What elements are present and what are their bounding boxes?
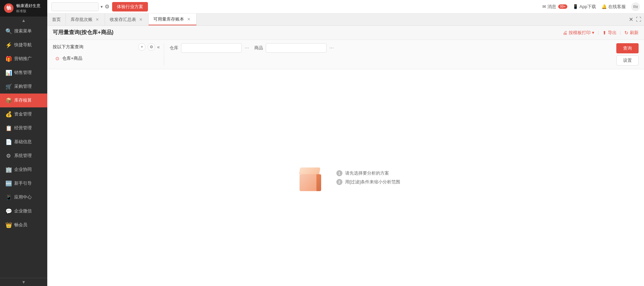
box-face [316, 174, 321, 191]
query-btn-area: 查询 设置 [616, 43, 639, 66]
sidebar-item-basic[interactable]: 📄 基础信息 [0, 135, 47, 149]
sidebar-item-label: 系统管理 [14, 153, 32, 159]
brand-logo: 畅 [4, 3, 14, 13]
sidebar-item-search[interactable]: 🔍 搜索菜单 [0, 24, 47, 38]
trial-btn[interactable]: 体验行业方案 [112, 2, 148, 11]
tab-batch-account[interactable]: 库存批次账 ✕ [66, 14, 105, 25]
sidebar-item-operation[interactable]: 📋 经营管理 [0, 121, 47, 135]
message-badge: 99+ [558, 4, 567, 9]
goods-input[interactable] [266, 43, 327, 53]
sidebar-item-app-center[interactable]: 📱 应用中心 [0, 190, 47, 204]
tab-label: 可用量库存账本 [153, 16, 184, 22]
empty-hints: 1 请先选择要分析的方案 2 用[过滤]条件来缩小分析范围 [336, 170, 400, 185]
member-icon: 👑 [5, 222, 11, 228]
query-button[interactable]: 查询 [616, 43, 639, 53]
sidebar-item-purchase[interactable]: 🛒 采购管理 [0, 80, 47, 94]
topbar-user[interactable]: Rit [631, 2, 640, 11]
tab-close-receive[interactable]: ✕ [138, 17, 144, 22]
page-title: 可用量查询(按仓库+商品) [53, 29, 113, 36]
topbar-gear-icon[interactable]: ⚙ [105, 3, 109, 10]
goods-more-btn[interactable]: ··· [329, 45, 334, 51]
topbar: ▾ ⚙ 体验行业方案 ✉ 消息 99+ 📱 App下载 🔔 在线客服 Rit [47, 0, 644, 14]
inventory-icon: 📦 [5, 97, 11, 104]
operation-icon: 📋 [5, 125, 11, 131]
scheme-add-btn[interactable]: + [138, 43, 146, 51]
tab-close-batch[interactable]: ✕ [95, 17, 100, 22]
brand-text: 畅康通好生意 标准版 [16, 3, 41, 13]
export-btn[interactable]: ⬆ 导出 [602, 30, 617, 36]
sidebar-item-label: 经营管理 [14, 125, 32, 131]
sidebar-header: 畅 畅康通好生意 标准版 [0, 0, 47, 17]
search-icon: 🔍 [5, 28, 11, 34]
sidebar-item-label: 畅会员 [14, 222, 27, 228]
sidebar-item-sales[interactable]: 📊 销售管理 [0, 66, 47, 80]
query-area: 按以下方案查询 + ⚙ « ⊙ 仓库+商品 仓库 ··· [47, 40, 644, 69]
page-content: 可用量查询(按仓库+商品) 🖨 按模板打印 ▾ | ⬆ 导出 | ↻ 刷新 [47, 26, 644, 286]
hint-text-1: 请先选择要分析的方案 [345, 170, 389, 176]
sidebar-item-member[interactable]: 👑 畅会员 [0, 218, 47, 232]
query-scheme-panel: 按以下方案查询 + ⚙ « ⊙ 仓库+商品 [53, 43, 164, 66]
export-label: 导出 [608, 30, 617, 36]
topbar-message[interactable]: ✉ 消息 99+ [542, 4, 567, 10]
scheme-collapse-btn[interactable]: « [157, 44, 160, 50]
sidebar-item-label: 销售管理 [14, 70, 32, 76]
topbar-dropdown-btn[interactable]: ▾ [101, 4, 103, 9]
sidebar-scroll-up[interactable]: ▲ [0, 17, 47, 24]
sidebar-item-system[interactable]: ⚙ 系统管理 [0, 149, 47, 163]
scheme-settings-btn[interactable]: ⚙ [148, 43, 155, 51]
topbar-app-download[interactable]: 📱 App下载 [573, 4, 596, 10]
goods-label: 商品 [254, 45, 263, 51]
scheme-item[interactable]: ⊙ 仓库+商品 [53, 53, 160, 63]
page-header-actions: 🖨 按模板打印 ▾ | ⬆ 导出 | ↻ 刷新 [563, 30, 639, 36]
tabbar: 首页 库存批次账 ✕ 收发存汇总表 ✕ 可用量库存账本 ✕ ✕ ⛶ [47, 14, 644, 26]
sidebar-item-label: 新手引导 [14, 180, 32, 186]
basic-icon: 📄 [5, 139, 11, 145]
sidebar-item-quick-nav[interactable]: ⚡ 快捷导航 [0, 38, 47, 52]
tab-home[interactable]: 首页 [47, 14, 66, 25]
topbar-online-service[interactable]: 🔔 在线客服 [601, 4, 626, 10]
sidebar-item-label: 库存核算 [14, 97, 32, 103]
message-label: 消息 [547, 4, 556, 10]
export-icon: ⬆ [602, 30, 607, 35]
sales-icon: 📊 [5, 70, 11, 76]
sidebar-scroll-down[interactable]: ▼ [0, 278, 47, 286]
sidebar-item-label: 企业微信 [14, 208, 32, 214]
sidebar: 畅 畅康通好生意 标准版 ▲ 🔍 搜索菜单 ⚡ 快捷导航 🎁 营销推广 📊 销售… [0, 0, 47, 286]
tabbar-expand-icon[interactable]: ⛶ [636, 17, 641, 23]
service-icon: 🔔 [601, 4, 607, 9]
setting-button[interactable]: 设置 [616, 55, 639, 66]
sidebar-item-label: 企业协同 [14, 166, 32, 173]
empty-illustration [291, 159, 328, 196]
topbar-search-input[interactable] [51, 2, 99, 11]
tab-available-ledger[interactable]: 可用量库存账本 ✕ [149, 14, 197, 25]
topbar-right: ✉ 消息 99+ 📱 App下载 🔔 在线客服 Rit [542, 2, 640, 11]
quick-nav-icon: ⚡ [5, 42, 11, 48]
empty-state: 1 请先选择要分析的方案 2 用[过滤]条件来缩小分析范围 [47, 69, 644, 286]
topbar-search-area: ▾ ⚙ [51, 2, 109, 11]
print-btn[interactable]: 🖨 按模板打印 ▾ [563, 30, 594, 36]
scheme-item-icon: ⊙ [55, 56, 59, 61]
box-top [299, 167, 320, 174]
message-icon: ✉ [542, 4, 546, 9]
scheme-label: 按以下方案查询 [53, 44, 83, 50]
sidebar-item-wechat[interactable]: 💬 企业微信 [0, 204, 47, 218]
print-dropdown-icon[interactable]: ▾ [592, 30, 594, 35]
filter-goods-group: 商品 ··· [254, 43, 334, 53]
sidebar-item-guide[interactable]: 🆕 新手引导 [0, 177, 47, 190]
sidebar-item-marketing[interactable]: 🎁 营销推广 [0, 52, 47, 66]
tab-receive-summary[interactable]: 收发存汇总表 ✕ [105, 14, 149, 25]
scheme-actions: + ⚙ « [138, 43, 160, 51]
filter-area: 仓库 ··· 商品 ··· 查询 设置 [164, 43, 639, 66]
tab-close-available[interactable]: ✕ [186, 17, 191, 22]
sidebar-item-inventory[interactable]: 📦 库存核算 [0, 94, 47, 107]
box-icon [296, 164, 323, 191]
filter-warehouse-group: 仓库 ··· [170, 43, 249, 53]
tabbar-close-icon[interactable]: ✕ [629, 16, 633, 23]
warehouse-input[interactable] [181, 43, 242, 53]
main-area: ▾ ⚙ 体验行业方案 ✉ 消息 99+ 📱 App下载 🔔 在线客服 Rit [47, 0, 644, 286]
print-icon: 🖨 [563, 30, 567, 35]
sidebar-item-finance[interactable]: 💰 资金管理 [0, 107, 47, 121]
refresh-btn[interactable]: ↻ 刷新 [624, 30, 639, 36]
sidebar-item-enterprise[interactable]: 🏢 企业协同 [0, 163, 47, 177]
warehouse-more-btn[interactable]: ··· [244, 45, 249, 51]
